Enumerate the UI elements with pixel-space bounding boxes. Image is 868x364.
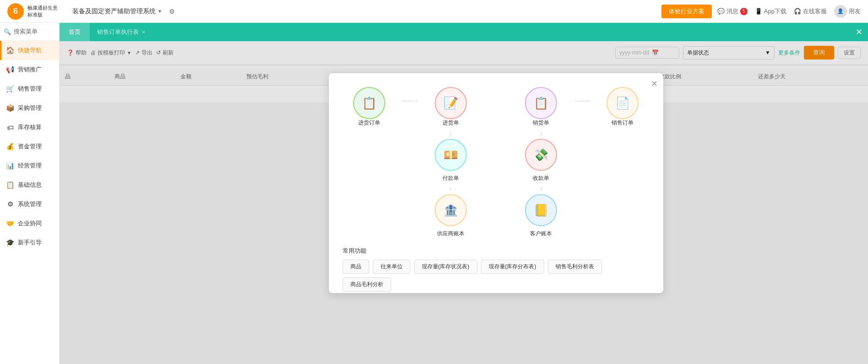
guide-icon: 🎓: [6, 239, 14, 247]
func-btn-sales-profit[interactable]: 销售毛利分析表: [548, 260, 602, 274]
message-btn[interactable]: 💬 消息 5: [717, 7, 748, 16]
flow-diagram: 📋 进货订单 ------→: [343, 87, 650, 238]
sidebar-item-finance[interactable]: 💰 资金管理: [0, 137, 59, 156]
arrow-down-3: ↓: [539, 129, 543, 137]
modal-wrapper: ✕ 📋 进货订单: [124, 41, 868, 364]
user-area[interactable]: 👤 用友: [834, 5, 861, 18]
sidebar-item-marketing[interactable]: 📢 营销推广: [0, 60, 59, 79]
system-icon: ⚙: [6, 200, 14, 208]
search-icon: 🔍: [4, 28, 11, 35]
tab-close-icon[interactable]: ✕: [142, 29, 146, 35]
modal-overlay: ✕ 📋 进货订单: [60, 41, 868, 364]
func-btn-product-profit[interactable]: 商品毛利分析: [343, 277, 391, 292]
online-service-btn[interactable]: 🎧 在线客服: [794, 7, 827, 16]
system-title-text: 装备及固定资产辅助管理系统: [72, 7, 156, 16]
sidebar-item-basic-info[interactable]: 📋 基础信息: [0, 175, 59, 195]
customer-ledger-icon: 📒: [525, 194, 557, 226]
sidebar-item-inventory[interactable]: 🏷 库存核算: [0, 118, 59, 137]
try-btn[interactable]: 体验行业方案: [661, 5, 712, 18]
arrow-1: ------→: [396, 87, 424, 104]
flow-sales-order[interactable]: 📄 销售订单: [595, 87, 650, 127]
sales-bill-icon: 📋: [525, 87, 557, 119]
basic-info-icon: 📋: [6, 181, 14, 189]
settings-icon-btn[interactable]: ⚙: [166, 5, 179, 18]
payment-bill-icon: 💴: [435, 139, 467, 171]
message-icon: 💬: [717, 8, 725, 15]
sales-order-icon: 📄: [606, 87, 639, 119]
flow-supplier-ledger[interactable]: 🏦 供应商账本: [435, 194, 467, 238]
modal-close-btn[interactable]: ✕: [651, 79, 658, 89]
logo-text: 畅康通好生意 标准版: [27, 5, 58, 18]
supplier-ledger-icon: 🏦: [435, 194, 467, 226]
enterprise-icon: 🤝: [6, 219, 14, 228]
modal: ✕ 📋 进货订单: [329, 73, 663, 293]
app-download-btn[interactable]: 📱 App下载: [755, 7, 786, 16]
inventory-icon: 🏷: [6, 123, 14, 131]
sidebar-item-operations[interactable]: 📊 经营管理: [0, 156, 59, 175]
sidebar-item-enterprise[interactable]: 🤝 企业协同: [0, 214, 59, 233]
chevron-down-icon: ▼: [158, 9, 162, 14]
purchase-order-label: 进货订单: [358, 119, 380, 127]
tab-sales-order-exec[interactable]: 销售订单执行表 ✕: [90, 23, 153, 41]
arrow-2: ←------: [568, 87, 595, 104]
sidebar-item-system[interactable]: ⚙ 系统管理: [0, 195, 59, 214]
page-content: ❓ 帮助 🖨 按模板打印 ▼ ↗ 导出: [60, 41, 868, 364]
sidebar-item-sales[interactable]: 🛒 销售管理: [0, 79, 59, 98]
logo-icon: 6: [7, 3, 24, 20]
sales-order-label: 销售订单: [611, 119, 633, 127]
sidebar-item-purchase[interactable]: 📦 采购管理: [0, 98, 59, 118]
avatar: 👤: [834, 5, 847, 18]
message-badge: 5: [740, 8, 748, 15]
flow-customer-ledger[interactable]: 📒 客户账本: [525, 194, 557, 238]
marketing-icon: 📢: [6, 65, 14, 74]
tab-bar: 首页 销售订单执行表 ✕ ✕: [60, 23, 868, 41]
flow-payment-bill[interactable]: 💴 付款单: [435, 139, 467, 182]
service-icon: 🎧: [794, 8, 801, 15]
func-btn-stock-status[interactable]: 现存量(库存状况表): [414, 260, 477, 274]
quick-nav-icon: 🏠: [6, 46, 14, 54]
sidebar-item-quick-nav[interactable]: 🏠 快捷导航: [0, 41, 59, 60]
purchase-icon: 📦: [6, 104, 14, 112]
flow-purchase-bill[interactable]: 📝 进货单 ↓ 💴: [424, 87, 478, 238]
logo-area: 6 畅康通好生意 标准版: [7, 3, 67, 20]
func-btn-product[interactable]: 商品: [343, 260, 369, 274]
common-functions-title: 常用功能: [343, 247, 650, 255]
system-title-dropdown[interactable]: 装备及固定资产辅助管理系统 ▼: [72, 7, 162, 16]
supplier-ledger-label: 供应商账本: [437, 230, 464, 238]
sales-bill-label: 销货单: [533, 119, 549, 127]
purchase-bill-label: 进货单: [442, 119, 459, 127]
common-functions: 常用功能 商品 往来单位 现存量(库存状况表) 现存量(库存分布表) 销售毛利分…: [343, 247, 650, 293]
func-btn-stock-dist[interactable]: 现存量(库存分布表): [481, 260, 544, 274]
customer-ledger-label: 客户账本: [530, 230, 552, 238]
receipt-bill-label: 收款单: [533, 174, 549, 182]
arrow-down-1: ↓: [449, 129, 453, 137]
close-window-btn[interactable]: ✕: [856, 27, 868, 37]
flow-receipt-bill[interactable]: 💸 收款单: [525, 139, 557, 182]
purchase-order-icon: 📋: [353, 87, 385, 119]
tab-home[interactable]: 首页: [60, 23, 90, 41]
top-bar-right: 💬 消息 5 📱 App下载 🎧 在线客服 👤 用友: [717, 5, 861, 18]
arrow-down-2: ↓: [449, 184, 453, 192]
sales-icon: 🛒: [6, 85, 14, 93]
arrow-down-4: ↓: [539, 184, 543, 192]
flow-sales-bill[interactable]: 📋 销货单 ↓ 💸: [514, 87, 568, 238]
func-btn-partners[interactable]: 往来单位: [373, 260, 410, 274]
download-icon: 📱: [755, 8, 762, 15]
sidebar-item-guide[interactable]: 🎓 新手引导: [0, 233, 59, 252]
sidebar-search[interactable]: 🔍 搜索菜单: [0, 23, 59, 41]
receipt-bill-icon: 💸: [525, 139, 557, 171]
operations-icon: 📊: [6, 162, 14, 170]
system-title-area: 装备及固定资产辅助管理系统 ▼ ⚙: [72, 5, 656, 18]
flow-purchase-order[interactable]: 📋 进货订单: [343, 87, 397, 127]
payment-bill-label: 付款单: [442, 174, 459, 182]
sidebar: 🔍 搜索菜单 🏠 快捷导航 📢 营销推广 🛒 销售管理 📦 采购管理 🏷: [0, 23, 60, 364]
function-buttons: 商品 往来单位 现存量(库存状况表) 现存量(库存分布表) 销售毛利分析表 商品…: [343, 260, 650, 292]
finance-icon: 💰: [6, 142, 14, 151]
purchase-bill-icon: 📝: [435, 87, 467, 119]
